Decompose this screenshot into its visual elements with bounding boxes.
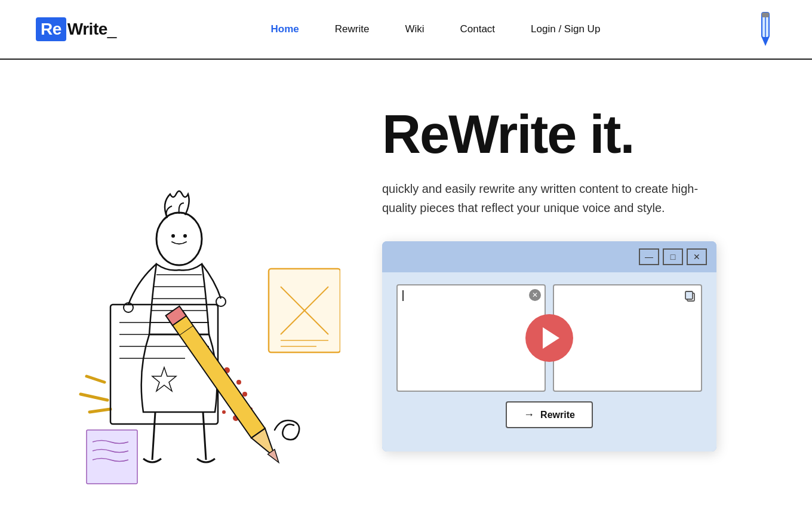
svg-point-23 bbox=[183, 234, 187, 238]
svg-point-22 bbox=[171, 234, 175, 238]
app-window-mockup: — □ ✕ ✕ bbox=[382, 241, 716, 451]
svg-line-4 bbox=[87, 376, 104, 382]
svg-rect-2 bbox=[762, 13, 769, 17]
logo-cursor: _ bbox=[107, 20, 116, 39]
character-illustration bbox=[18, 84, 340, 513]
hero-content: ReWrite it. quickly and easily rewrite a… bbox=[358, 96, 776, 451]
input-text-area[interactable]: ✕ bbox=[396, 284, 546, 392]
play-button[interactable] bbox=[525, 314, 573, 362]
text-areas-row: ✕ bbox=[396, 284, 702, 392]
play-triangle-icon bbox=[543, 327, 559, 349]
logo-re: Re bbox=[36, 17, 66, 41]
nav-wiki[interactable]: Wiki bbox=[405, 23, 424, 35]
svg-line-6 bbox=[90, 409, 110, 412]
rewrite-btn-row: → Rewrite bbox=[396, 401, 702, 428]
svg-line-29 bbox=[152, 412, 155, 460]
svg-line-5 bbox=[81, 394, 107, 400]
pen-icon bbox=[755, 11, 776, 47]
navbar: Re Write _ Home Rewrite Wiki Contact Log… bbox=[0, 0, 812, 60]
nav-contact[interactable]: Contact bbox=[460, 23, 496, 35]
nav-links: Home Rewrite Wiki Contact Login / Sign U… bbox=[271, 23, 601, 35]
copy-output-btn[interactable] bbox=[683, 289, 697, 303]
arrow-right-icon: → bbox=[524, 408, 534, 421]
nav-rewrite[interactable]: Rewrite bbox=[335, 23, 370, 35]
window-maximize-btn[interactable]: □ bbox=[663, 248, 683, 265]
app-window-body: ✕ bbox=[382, 272, 716, 451]
svg-rect-45 bbox=[685, 291, 693, 299]
rewrite-button[interactable]: → Rewrite bbox=[506, 401, 593, 428]
output-text-area[interactable] bbox=[553, 284, 702, 392]
hero-section: ReWrite it. quickly and easily rewrite a… bbox=[0, 60, 812, 513]
hero-illustration-area bbox=[36, 96, 358, 502]
svg-point-12 bbox=[222, 410, 226, 414]
svg-point-8 bbox=[236, 380, 241, 385]
logo[interactable]: Re Write _ bbox=[36, 17, 116, 41]
svg-rect-38 bbox=[169, 311, 265, 438]
svg-marker-1 bbox=[762, 38, 769, 46]
svg-point-21 bbox=[156, 213, 202, 265]
window-minimize-btn[interactable]: — bbox=[639, 248, 659, 265]
svg-rect-20 bbox=[87, 430, 137, 484]
clear-input-btn[interactable]: ✕ bbox=[529, 289, 541, 301]
nav-login-signup[interactable]: Login / Sign Up bbox=[531, 23, 600, 35]
rewrite-btn-label: Rewrite bbox=[540, 410, 575, 420]
hero-title: ReWrite it. bbox=[382, 107, 776, 161]
nav-right bbox=[755, 11, 776, 47]
logo-write: Write bbox=[67, 20, 107, 39]
app-window-titlebar: — □ ✕ bbox=[382, 241, 716, 272]
text-cursor bbox=[402, 290, 404, 301]
nav-home[interactable]: Home bbox=[271, 23, 299, 35]
hero-subtitle: quickly and easily rewrite any written c… bbox=[382, 179, 699, 217]
window-close-btn[interactable]: ✕ bbox=[687, 248, 707, 265]
svg-line-30 bbox=[203, 412, 206, 460]
svg-point-11 bbox=[242, 392, 247, 397]
